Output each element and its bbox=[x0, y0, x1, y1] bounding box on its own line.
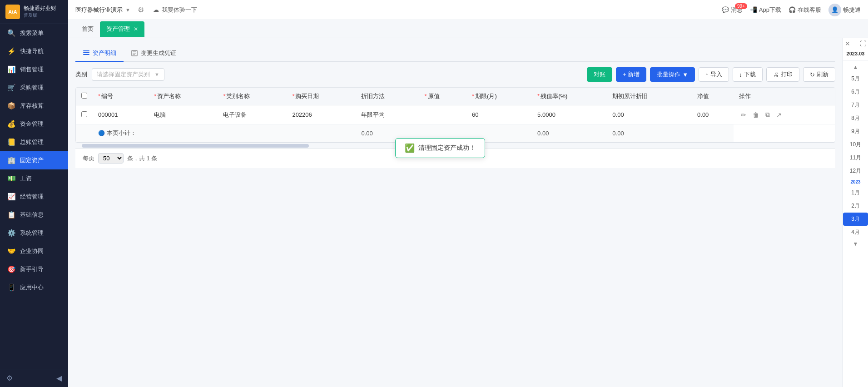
calendar-month-9[interactable]: 9月 bbox=[843, 125, 868, 138]
calendar-year-label: 2023 bbox=[843, 178, 868, 186]
tab-close-icon[interactable]: ✕ bbox=[134, 26, 138, 32]
search-icon: 🔍 bbox=[7, 29, 15, 37]
calendar-month-3[interactable]: 3月 bbox=[843, 213, 868, 226]
online-service-btn[interactable]: 🎧 在线客服 bbox=[789, 6, 821, 14]
sidebar-item-label: 总账管理 bbox=[20, 138, 44, 146]
calendar-month-7[interactable]: 7月 bbox=[843, 99, 868, 112]
app-download-btn[interactable]: 📲 App下载 bbox=[750, 6, 781, 14]
settings-icon[interactable]: ⚙ bbox=[6, 374, 13, 382]
delete-button[interactable]: 🗑 bbox=[751, 110, 761, 119]
copy-button[interactable]: ⧉ bbox=[764, 110, 772, 119]
category-filter[interactable]: 请选择固定资产类别 ▼ bbox=[92, 68, 164, 81]
sidebar-item-fixed-assets[interactable]: 🏢 固定资产 bbox=[0, 151, 68, 169]
sidebar-item-search[interactable]: 🔍 搜索菜单 bbox=[0, 24, 68, 42]
main-area: 医疗器械行业演示 ▼ ⚙ ☁ 我要体验一下 💬 消息 99+ 📲 App下载 🎧… bbox=[68, 0, 868, 387]
experience-btn[interactable]: ☁ 我要体验一下 bbox=[153, 6, 197, 14]
sidebar-item-salary[interactable]: 💵 工资 bbox=[0, 169, 68, 188]
tab-asset-mgmt-label: 资产管理 bbox=[106, 25, 130, 33]
tab-home[interactable]: 首页 bbox=[75, 21, 100, 37]
batch-ops-button[interactable]: 批量操作 ▼ bbox=[650, 67, 695, 82]
svg-rect-0 bbox=[83, 50, 89, 51]
row-checkbox[interactable] bbox=[81, 111, 87, 117]
settings-gear-icon[interactable]: ⚙ bbox=[138, 5, 144, 14]
total-label: 条，共 1 条 bbox=[127, 154, 157, 163]
calendar-month-6[interactable]: 6月 bbox=[843, 85, 868, 99]
calendar-month-5[interactable]: 5月 bbox=[843, 72, 868, 85]
company-selector[interactable]: 医疗器械行业演示 ▼ bbox=[75, 6, 130, 14]
sidebar-item-basic-info[interactable]: 📋 基础信息 bbox=[0, 206, 68, 224]
sidebar-item-quick-nav[interactable]: ⚡ 快捷导航 bbox=[0, 42, 68, 60]
guide-icon: 🎯 bbox=[7, 265, 15, 273]
capital-icon: 💰 bbox=[7, 120, 15, 128]
table-row: 000001 电脑 电子设备 202206 年限平均 60 5.0000 0.0… bbox=[76, 105, 835, 124]
calendar-month-12[interactable]: 12月 bbox=[843, 164, 868, 178]
calendar-nav-up[interactable]: ▲ bbox=[851, 62, 860, 72]
sidebar-item-capital[interactable]: 💰 资金管理 bbox=[0, 115, 68, 133]
user-profile-btn[interactable]: 👤 畅捷通 bbox=[828, 4, 861, 16]
topbar-actions: 💬 消息 99+ 📲 App下载 🎧 在线客服 👤 畅捷通 bbox=[722, 4, 861, 16]
company-name: 医疗器械行业演示 bbox=[75, 6, 123, 14]
refresh-icon: ↻ bbox=[810, 71, 815, 78]
sidebar-item-label: 新手引导 bbox=[20, 265, 44, 273]
calendar-month-1[interactable]: 1月 bbox=[843, 186, 868, 199]
col-net-value: 净值 bbox=[692, 88, 734, 105]
sidebar-item-label: 搜索菜单 bbox=[20, 29, 44, 37]
sidebar-item-guide[interactable]: 🎯 新手引导 bbox=[0, 260, 68, 278]
fixed-assets-icon: 🏢 bbox=[7, 156, 15, 164]
reconcile-button[interactable]: 对账 bbox=[587, 67, 612, 82]
calendar-month-2[interactable]: 2月 bbox=[843, 199, 868, 213]
collapse-icon[interactable]: ◀ bbox=[56, 374, 62, 382]
download-button[interactable]: ↓ 下载 bbox=[733, 67, 763, 82]
more-button[interactable]: ↗ bbox=[774, 110, 784, 119]
expand-panel-icon[interactable]: ⛶ bbox=[860, 40, 866, 47]
sidebar-item-operations[interactable]: 📈 经营管理 bbox=[0, 188, 68, 206]
toolbar-right: 对账 + 新增 批量操作 ▼ ↑ 导入 ↓ 下载 bbox=[587, 67, 835, 82]
refresh-button[interactable]: ↻ 刷新 bbox=[803, 67, 835, 82]
page-size-select[interactable]: 50 10 20 100 bbox=[98, 153, 124, 164]
select-all-checkbox[interactable] bbox=[81, 93, 87, 99]
sidebar-item-purchase[interactable]: 🛒 采购管理 bbox=[0, 79, 68, 97]
sidebar-item-enterprise[interactable]: 🤝 企业协同 bbox=[0, 242, 68, 260]
sub-tab-asset-detail-label: 资产明细 bbox=[93, 49, 116, 57]
sub-tab-asset-detail[interactable]: 资产明细 bbox=[75, 45, 124, 62]
sidebar-item-ledger[interactable]: 📒 总账管理 bbox=[0, 133, 68, 151]
sub-tab-change-voucher[interactable]: 变更生成凭证 bbox=[124, 45, 184, 62]
tab-asset-mgmt[interactable]: 资产管理 ✕ bbox=[100, 21, 144, 37]
download-icon: ↓ bbox=[739, 71, 743, 78]
message-btn[interactable]: 💬 消息 99+ bbox=[722, 6, 743, 14]
logo-version: 普及版 bbox=[24, 12, 56, 19]
calendar-nav-down[interactable]: ▼ bbox=[851, 239, 860, 249]
logo-text: 畅捷通好业财 bbox=[24, 5, 56, 12]
cell-purchase-date: 202206 bbox=[287, 105, 356, 124]
chevron-down-icon: ▼ bbox=[853, 241, 858, 247]
cell-category: 电子设备 bbox=[218, 105, 287, 124]
sidebar-item-sales[interactable]: 📊 销售管理 bbox=[0, 60, 68, 79]
check-icon: ✅ bbox=[405, 143, 415, 153]
close-panel-icon[interactable]: ✕ bbox=[845, 40, 850, 47]
app-download-label: App下载 bbox=[759, 6, 781, 14]
logo-icon: AtA bbox=[5, 5, 20, 19]
success-toast: ✅ 清理固定资产成功！ bbox=[395, 138, 485, 158]
calendar-month-4[interactable]: 4月 bbox=[843, 226, 868, 239]
main-content: 资产明细 变更生成凭证 类别 请选择固定资产类别 ▼ bbox=[68, 38, 843, 387]
svg-rect-2 bbox=[83, 54, 89, 55]
sidebar-item-app-center[interactable]: 📱 应用中心 bbox=[0, 278, 68, 297]
edit-button[interactable]: ✏ bbox=[739, 110, 748, 119]
calendar-month-11[interactable]: 11月 bbox=[843, 151, 868, 164]
import-button[interactable]: ↑ 导入 bbox=[699, 67, 729, 82]
app-center-icon: 📱 bbox=[7, 283, 15, 292]
sidebar-item-system[interactable]: ⚙️ 系统管理 bbox=[0, 224, 68, 242]
col-residual-rate: 残值率(%) bbox=[532, 88, 607, 105]
calendar-month-10[interactable]: 10月 bbox=[843, 138, 868, 151]
sidebar-item-inventory[interactable]: 📦 库存核算 bbox=[0, 97, 68, 115]
new-button[interactable]: + 新增 bbox=[616, 67, 646, 82]
page-size-prefix: 每页 bbox=[83, 154, 94, 163]
refresh-label: 刷新 bbox=[817, 70, 828, 79]
new-label: + 新增 bbox=[623, 70, 640, 79]
print-button[interactable]: 🖨 打印 bbox=[766, 67, 799, 82]
tabs-bar: 首页 资产管理 ✕ bbox=[68, 20, 868, 38]
scrollbar-thumb[interactable] bbox=[82, 144, 309, 148]
calendar-month-8[interactable]: 8月 bbox=[843, 112, 868, 125]
col-name: 资产名称 bbox=[149, 88, 218, 105]
sidebar-item-label: 应用中心 bbox=[20, 283, 44, 292]
